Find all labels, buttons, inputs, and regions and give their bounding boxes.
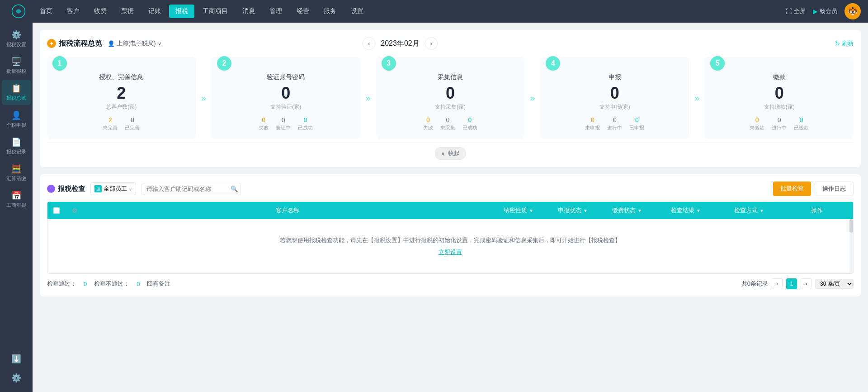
step-num-1: 1 <box>52 56 67 71</box>
nav-home[interactable]: 首页 <box>33 5 59 18</box>
arrow-1: » <box>201 57 206 139</box>
overview-card: + 报税流程总览 👤 上海(电子税局) ∨ ‹ 2023年02月 › ↻ 刷新 <box>40 30 861 167</box>
select-all-checkbox[interactable] <box>53 207 60 214</box>
stat-label: 未缴款 <box>750 124 764 131</box>
tax-overview-icon: 📋 <box>11 83 21 93</box>
collapse-btn[interactable]: ∧ 收起 <box>435 147 466 160</box>
sidebar-bottom: ⬇️ ⚙️ <box>2 350 31 388</box>
check-title-icon <box>47 185 55 193</box>
th-declare-status-filter[interactable]: ▼ <box>583 208 588 213</box>
refresh-btn[interactable]: ↻ 刷新 <box>835 39 854 48</box>
table-body: 若您想使用报税检查功能，请先在【报税设置】中进行报税的初始化设置，完成密码验证和… <box>47 219 853 273</box>
per-page-select[interactable]: 30 条/页50 条/页100 条/页 <box>815 279 854 289</box>
stat-val-incomplete: 2 <box>108 116 112 124</box>
step-num-4: 4 <box>546 56 560 71</box>
th-tax-nature-filter[interactable]: ▼ <box>529 208 533 213</box>
search-button[interactable]: 🔍 <box>227 183 241 195</box>
staff-selector[interactable]: ⊞ 全部员工 ∨ <box>90 182 136 195</box>
stat-label: 已成功 <box>298 124 313 131</box>
th-pay-status-filter[interactable]: ▼ <box>637 208 642 213</box>
fullscreen-btn[interactable]: ⛶ 全屏 <box>786 7 806 15</box>
th-gear: ⚙ <box>66 202 84 219</box>
nav-ticket[interactable]: 票据 <box>115 5 140 18</box>
sidebar-item-tax-settings[interactable]: ⚙️ 报税设置 <box>2 26 31 51</box>
nav-business[interactable]: 工商项目 <box>196 5 234 18</box>
vip-btn[interactable]: ▶ 畅会员 <box>813 7 837 15</box>
location-badge[interactable]: 👤 上海(电子税局) ∨ <box>108 39 161 48</box>
search-input[interactable] <box>142 183 227 195</box>
stat-label: 进行中 <box>772 124 787 131</box>
step-title-3: 采集信息 <box>383 73 518 81</box>
stat-item: 0 已完善 <box>125 116 140 131</box>
stat-val: 0 <box>446 116 450 124</box>
nav-fee[interactable]: 收费 <box>88 5 113 18</box>
settings-gear-icon[interactable]: ⚙ <box>71 207 78 214</box>
setup-link[interactable]: 立即设置 <box>439 249 462 255</box>
sidebar-item-download[interactable]: ⬇️ <box>2 350 31 368</box>
nav-service[interactable]: 服务 <box>317 5 343 18</box>
overview-header: + 报税流程总览 👤 上海(电子税局) ∨ ‹ 2023年02月 › ↻ 刷新 <box>47 37 854 50</box>
stat-label: 已成功 <box>462 124 477 131</box>
sidebar-label-annual-report: 工商年报 <box>6 202 26 208</box>
step-count-2: 0 <box>219 85 353 101</box>
nav-operation[interactable]: 经营 <box>290 5 316 18</box>
th-check-result-text: 检查结果 <box>671 206 694 215</box>
step-card-4: 4 申报 0 支持申报(家) 0 未申报 0 进行中 0 已申报 <box>540 57 689 139</box>
nav-settings[interactable]: 设置 <box>344 5 370 18</box>
nav-accounting[interactable]: 记账 <box>142 5 167 18</box>
check-pass-count[interactable]: 0 <box>84 281 87 287</box>
th-client-name-text: 客户名称 <box>276 206 299 215</box>
stat-label-incomplete: 未完善 <box>103 124 118 131</box>
next-page-btn[interactable]: › <box>801 278 811 289</box>
table-scrollbar[interactable] <box>849 219 853 273</box>
th-pay-status-text: 缴费状态 <box>612 206 636 215</box>
check-pass-label: 检查通过： <box>47 280 76 288</box>
th-operation: 操作 <box>781 202 853 219</box>
sidebar-item-annual-report[interactable]: 📅 工商年报 <box>2 187 31 212</box>
sidebar-item-batch-tax[interactable]: 🖥️ 批量报税 <box>2 53 31 78</box>
staff-chevron-icon: ∨ <box>129 186 132 191</box>
step-count-5: 0 <box>712 85 846 101</box>
sidebar-item-config[interactable]: ⚙️ <box>2 369 31 387</box>
tax-record-icon: 📄 <box>11 137 21 147</box>
step-num-3: 3 <box>382 56 396 71</box>
nav-client[interactable]: 客户 <box>61 5 86 18</box>
check-fail-label: 检查不通过： <box>94 280 129 288</box>
sidebar-item-personal-tax[interactable]: 👤 个税申报 <box>2 107 31 132</box>
th-check-method: 检查方式 ▼ <box>717 202 781 219</box>
batch-check-button[interactable]: 批量检查 <box>773 182 811 196</box>
step-count-4: 0 <box>547 85 682 101</box>
th-check-result-filter[interactable]: ▼ <box>696 208 701 213</box>
arrow-2: » <box>366 57 371 139</box>
sidebar-label-tax-overview: 报税总览 <box>6 95 26 101</box>
step-desc-5: 支持缴款(家) <box>712 103 846 111</box>
table-wrapper: ⚙ 客户名称 纳税性质 ▼ 申报状态 ▼ 缴费状态 ▼ 检查 <box>47 201 854 274</box>
stat-val: 0 <box>755 116 759 124</box>
stat-item: 0 未缴款 <box>750 116 764 131</box>
month-next-btn[interactable]: › <box>425 37 438 50</box>
sidebar-item-tax-overview[interactable]: 📋 报税总览 <box>2 80 31 105</box>
nav-manage[interactable]: 管理 <box>263 5 288 18</box>
personal-tax-icon: 👤 <box>11 110 21 120</box>
operation-log-button[interactable]: 操作日志 <box>815 182 854 196</box>
nav-tax[interactable]: 报税 <box>169 5 194 18</box>
prev-page-btn[interactable]: ‹ <box>772 278 783 289</box>
stat-val: 0 <box>426 116 430 124</box>
fullscreen-label: 全屏 <box>794 7 806 15</box>
step-desc-2: 支持验证(家) <box>219 103 353 111</box>
nav-message[interactable]: 消息 <box>236 5 261 18</box>
collapse-chevron-icon: ∧ <box>441 150 445 157</box>
stat-label: 进行中 <box>607 124 622 131</box>
stat-item: 0 已申报 <box>629 116 644 131</box>
sidebar-item-annual-settlement[interactable]: 🧮 汇算清缴 <box>2 160 31 185</box>
stat-item: 2 未完善 <box>103 116 118 131</box>
th-check-method-filter[interactable]: ▼ <box>760 208 764 213</box>
mascot-avatar[interactable]: 🐯 <box>844 3 861 19</box>
batch-tax-icon: 🖥️ <box>11 57 21 67</box>
month-prev-btn[interactable]: ‹ <box>363 37 375 50</box>
current-page-btn[interactable]: 1 <box>786 278 797 289</box>
tax-check-card: 报税检查 ⊞ 全部员工 ∨ 🔍 批量检查 操作日志 <box>40 174 861 296</box>
sidebar-item-tax-record[interactable]: 📄 报税记录 <box>2 134 31 158</box>
check-fail-count[interactable]: 0 <box>137 281 140 287</box>
search-icon: 🔍 <box>231 186 238 192</box>
